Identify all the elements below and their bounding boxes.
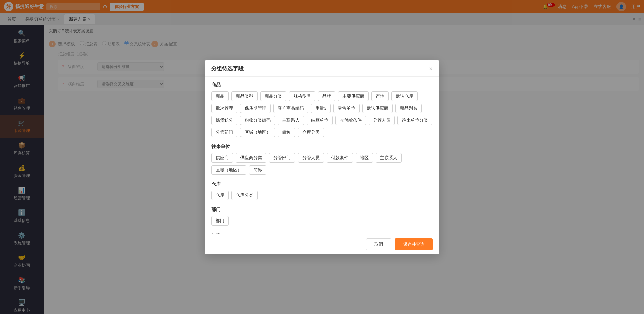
field-tag[interactable]: 客户商品编码 bbox=[273, 104, 308, 113]
section-department-title: 部门 bbox=[211, 207, 433, 213]
section-warehouse: 仓库 仓库 仓库分类 bbox=[211, 181, 433, 200]
field-tag[interactable]: 收付款条件 bbox=[335, 116, 366, 125]
section-partner: 往来单位 供应商 供应商分类 分管部门 分管人员 付款条件 地区 主联系人 区域… bbox=[211, 144, 433, 175]
field-tag[interactable]: 保质期管理 bbox=[240, 104, 271, 113]
field-tag[interactable]: 分管人员 bbox=[298, 153, 324, 163]
field-tag[interactable]: 主要供应商 bbox=[338, 91, 369, 101]
field-tag[interactable]: 零售单位 bbox=[333, 104, 360, 113]
field-tag[interactable]: 主联系人 bbox=[376, 153, 402, 163]
field-tag[interactable]: 产地 bbox=[371, 91, 389, 101]
modal-body: 商品 商品 商品类型 商品分类 规格型号 品牌 主要供应商 产地 默认仓库 批次… bbox=[205, 77, 439, 234]
field-tag[interactable]: 品牌 bbox=[318, 91, 335, 101]
field-tag[interactable]: 默认仓库 bbox=[391, 91, 418, 101]
field-tag[interactable]: 地区 bbox=[356, 153, 373, 163]
field-tag[interactable]: 批次管理 bbox=[211, 104, 237, 113]
field-tag[interactable]: 付款条件 bbox=[327, 153, 353, 163]
main-content: 采购订单统计表方案设置 1 选择模板 汇总表 明细表 交叉统计表 2 方案配置 … bbox=[44, 25, 644, 314]
field-tag[interactable]: 简称 bbox=[278, 128, 295, 137]
modal-cancel-button[interactable]: 取消 bbox=[366, 238, 391, 250]
section-warehouse-title: 仓库 bbox=[211, 181, 433, 187]
field-tag[interactable]: 商品别名 bbox=[395, 104, 422, 113]
field-tag[interactable]: 部门 bbox=[211, 216, 229, 226]
field-tag[interactable]: 默认供应商 bbox=[362, 104, 393, 113]
modal-title: 分组待选字段 bbox=[211, 65, 244, 72]
field-tag[interactable]: 结算单位 bbox=[307, 116, 333, 125]
section-partner-title: 往来单位 bbox=[211, 144, 433, 150]
field-tag[interactable]: 区域（地区） bbox=[240, 128, 275, 137]
section-goods-title: 商品 bbox=[211, 82, 433, 88]
field-tag[interactable]: 重量3 bbox=[311, 104, 331, 113]
field-tag[interactable]: 分管部门 bbox=[211, 128, 237, 137]
section-warehouse-fields: 仓库 仓库分类 bbox=[211, 191, 433, 200]
modal-close-button[interactable]: × bbox=[429, 65, 433, 72]
field-tag[interactable]: 商品 bbox=[211, 91, 229, 101]
field-tag[interactable]: 规格型号 bbox=[289, 91, 315, 101]
field-tag[interactable]: 区域（地区） bbox=[211, 165, 246, 175]
field-tag[interactable]: 供应商 bbox=[211, 153, 233, 163]
section-partner-fields: 供应商 供应商分类 分管部门 分管人员 付款条件 地区 主联系人 区域（地区） … bbox=[211, 153, 433, 175]
field-tag[interactable]: 往来单位分类 bbox=[397, 116, 432, 125]
field-tag[interactable]: 仓库分类 bbox=[298, 128, 324, 137]
modal-overlay: 分组待选字段 × 商品 商品 商品类型 商品分类 规格型号 品牌 主要供应商 bbox=[44, 25, 644, 314]
field-tag[interactable]: 拣货积分 bbox=[211, 116, 237, 125]
field-tag[interactable]: 商品分类 bbox=[260, 91, 286, 101]
field-tag[interactable]: 简称 bbox=[249, 165, 266, 175]
field-tag[interactable]: 仓库 bbox=[211, 191, 229, 200]
field-select-modal: 分组待选字段 × 商品 商品 商品类型 商品分类 规格型号 品牌 主要供应商 bbox=[205, 60, 439, 254]
modal-confirm-button[interactable]: 保存并查询 bbox=[395, 238, 433, 250]
field-tag[interactable]: 主联系人 bbox=[278, 116, 304, 125]
field-tag[interactable]: 仓库分类 bbox=[231, 191, 258, 200]
field-tag[interactable]: 供应商分类 bbox=[236, 153, 266, 163]
main-layout: 🔍 搜索菜单 ⚡ 快捷导航 📢 营销推广 💼 销售管理 🛒 采购管理 📦 库存核… bbox=[0, 25, 644, 314]
section-goods-fields: 商品 商品类型 商品分类 规格型号 品牌 主要供应商 产地 默认仓库 批次管理 … bbox=[211, 91, 433, 137]
field-tag[interactable]: 分管人员 bbox=[369, 116, 395, 125]
field-tag[interactable]: 税收分类编码 bbox=[240, 116, 275, 125]
section-department-fields: 部门 bbox=[211, 216, 433, 226]
field-tag[interactable]: 分管部门 bbox=[269, 153, 295, 163]
section-goods: 商品 商品 商品类型 商品分类 规格型号 品牌 主要供应商 产地 默认仓库 批次… bbox=[211, 82, 433, 137]
modal-header: 分组待选字段 × bbox=[205, 60, 439, 77]
modal-footer: 取消 保存并查询 bbox=[205, 234, 439, 254]
section-department: 部门 部门 bbox=[211, 207, 433, 226]
field-tag[interactable]: 商品类型 bbox=[231, 91, 258, 101]
